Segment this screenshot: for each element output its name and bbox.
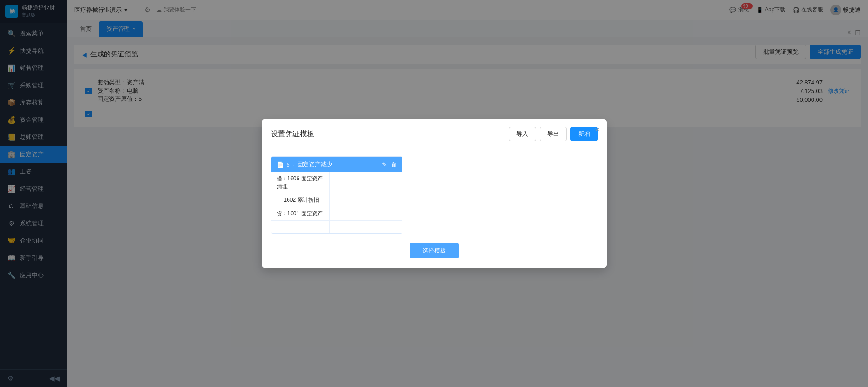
modal-header: 设置凭证模板 导入 导出 新增 × xyxy=(262,119,607,147)
template-entry-2: 1602 累计折旧 xyxy=(271,194,402,207)
template-card-title: 📄 5 - 固定资产减少 xyxy=(277,160,333,169)
template-card-body: 借：1606 固定资产清理 1602 累计折旧 贷：1601 固定资产 xyxy=(271,172,402,233)
template-empty-row xyxy=(271,221,402,233)
delete-template-icon[interactable]: 🗑 xyxy=(391,161,397,168)
entry-credit-1 xyxy=(366,172,402,193)
template-separator: - xyxy=(293,161,294,168)
entry-credit-3 xyxy=(366,207,402,220)
entry-debit-2 xyxy=(329,194,366,207)
template-card: 📄 5 - 固定资产减少 ✎ 🗑 借：1606 固定资产清理 xyxy=(271,156,402,234)
doc-icon: 📄 xyxy=(277,161,284,168)
entry-label-2: 1602 累计折旧 xyxy=(271,194,329,207)
template-entry-1: 借：1606 固定资产清理 xyxy=(271,172,402,194)
edit-template-icon[interactable]: ✎ xyxy=(382,161,387,168)
template-card-header: 📄 5 - 固定资产减少 ✎ 🗑 xyxy=(271,157,402,172)
import-btn[interactable]: 导入 xyxy=(509,127,536,141)
modal-header-actions: 导入 导出 新增 xyxy=(509,127,598,141)
export-btn[interactable]: 导出 xyxy=(540,127,567,141)
entry-debit-3 xyxy=(329,207,366,220)
new-btn[interactable]: 新增 xyxy=(570,127,598,141)
modal-close-button[interactable]: × xyxy=(595,126,599,134)
select-template-btn[interactable]: 选择模板 xyxy=(410,243,459,258)
template-entry-3: 贷：1601 固定资产 xyxy=(271,207,402,221)
entry-credit-2 xyxy=(366,194,402,207)
entry-debit-1 xyxy=(329,172,366,193)
template-name: 固定资产减少 xyxy=(297,160,332,169)
template-id: 5 xyxy=(287,161,290,168)
modal-overlay: 设置凭证模板 导入 导出 新增 × 📄 5 - 固定资产减少 xyxy=(0,0,868,387)
template-card-actions: ✎ 🗑 xyxy=(382,161,397,168)
modal-title: 设置凭证模板 xyxy=(271,129,314,139)
modal-body: 📄 5 - 固定资产减少 ✎ 🗑 借：1606 固定资产清理 xyxy=(262,147,607,268)
entry-label-3: 贷：1601 固定资产 xyxy=(271,207,329,220)
voucher-template-modal: 设置凭证模板 导入 导出 新增 × 📄 5 - 固定资产减少 xyxy=(262,119,607,268)
entry-label-1: 借：1606 固定资产清理 xyxy=(271,172,329,193)
